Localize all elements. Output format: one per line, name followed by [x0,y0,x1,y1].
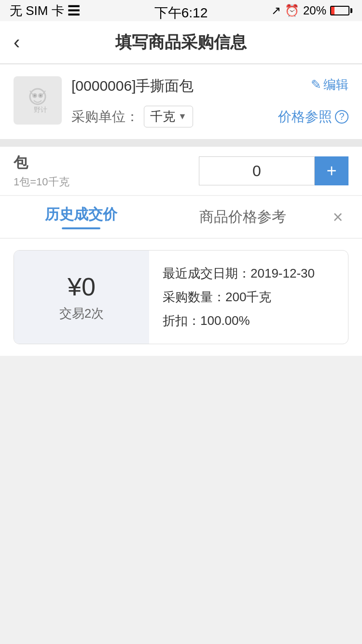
unit-label: 采购单位： [71,108,139,126]
no-sim-label: 无 SIM 卡 ☰ [10,2,80,19]
status-bar: 无 SIM 卡 ☰ 下午6:12 ↗ ⏰ 20% [0,0,362,21]
product-info: [0000006]手撕面包 ✎ 编辑 采购单位： 千克 ▼ 价格参照 ? [71,76,348,127]
help-icon: ? [335,110,348,124]
dropdown-arrow-icon: ▼ [178,112,187,122]
tabs: 历史成交价 商品价格参考 × [0,196,362,238]
section-divider [0,139,362,147]
product-card: 野计 [0000006]手撕面包 ✎ 编辑 采购单位： 千克 ▼ [0,65,362,139]
quantity-row: 包 1包=10千克 0 + [0,147,362,195]
location-icon: ↗ [271,4,281,17]
edit-button[interactable]: ✎ 编辑 [311,76,348,93]
unit-value: 千克 [150,108,175,125]
status-time: 下午6:12 [154,4,208,22]
history-content: ¥0 交易2次 最近成交日期：2019-12-30 采购数量：200千克 折扣：… [0,238,362,356]
product-thumbnail: 野计 [14,76,62,125]
svg-point-4 [40,95,42,97]
edit-label: 编辑 [323,76,348,93]
tab2-label: 商品价格参考 [199,207,286,227]
trade-discount-row: 折扣：100.00% [163,312,334,329]
discount-value: 100.00% [200,313,250,328]
tab1-label: 历史成交价 [45,205,117,224]
trade-right: 最近成交日期：2019-12-30 采购数量：200千克 折扣：100.00% [149,251,348,344]
status-right: ↗ ⏰ 20% [271,4,352,17]
qty-unit-label: 包 [14,153,70,173]
battery-percent: 20% [303,4,326,17]
bottom-panel: 历史成交价 商品价格参考 × ¥0 交易2次 最近成交日期：2019-12-30… [0,196,362,356]
trade-left: ¥0 交易2次 [14,251,149,344]
price-value: 0 [82,273,96,301]
tab-underline [62,227,100,229]
trade-qty-row: 采购数量：200千克 [163,289,334,306]
qty-value: 200千克 [225,290,271,304]
qty-conversion: 1包=10千克 [14,175,70,189]
currency-symbol: ¥ [68,273,82,301]
qty-label: 采购数量： [163,290,225,304]
date-label: 最近成交日期： [163,266,251,280]
price-ref-button[interactable]: 价格参照 ? [278,108,348,126]
trade-count: 交易2次 [59,305,104,322]
status-left: 无 SIM 卡 ☰ [10,2,80,19]
alarm-icon: ⏰ [285,4,299,17]
svg-text:野计: 野计 [34,106,47,113]
edit-icon: ✎ [311,77,321,92]
svg-point-3 [34,95,36,97]
price-ref-label: 价格参照 [278,108,332,126]
discount-label: 折扣： [163,313,200,328]
close-button[interactable]: × [323,203,352,232]
qty-input[interactable]: 0 [199,156,315,185]
qty-plus-button[interactable]: + [315,156,348,185]
tab-history-price[interactable]: 历史成交价 [0,196,162,238]
product-name: [0000006]手撕面包 [71,76,194,96]
trade-date-row: 最近成交日期：2019-12-30 [163,265,334,282]
product-image-icon: 野计 [23,86,52,115]
unit-select[interactable]: 千克 ▼ [144,106,193,127]
date-value: 2019-12-30 [251,266,315,280]
tab-price-ref[interactable]: 商品价格参考 [162,196,323,238]
page-title: 填写商品采购信息 [115,31,247,54]
trade-price: ¥0 [68,272,96,301]
nav-bar: ‹ 填写商品采购信息 [0,21,362,64]
battery-icon [330,6,352,15]
qty-controls: 0 + [199,156,348,185]
back-button[interactable]: ‹ [14,31,20,53]
trade-card: ¥0 交易2次 最近成交日期：2019-12-30 采购数量：200千克 折扣：… [14,250,348,344]
